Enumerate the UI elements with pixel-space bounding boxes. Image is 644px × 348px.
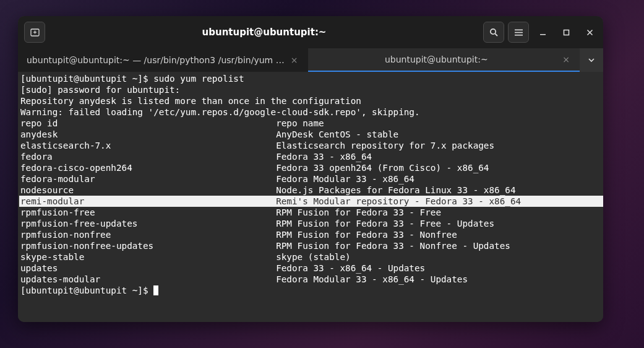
terminal-line: rpmfusion-free RPM Fusion for Fedora 33 … [19,207,603,218]
minimize-button[interactable] [533,22,552,42]
svg-rect-7 [515,34,523,35]
search-icon [489,28,499,37]
terminal-line: rpmfusion-nonfree RPM Fusion for Fedora … [19,229,603,240]
terminal-line: updates Fedora 33 - x86_64 - Updates [19,263,603,274]
terminal-line: [sudo] password for ubuntupit: [19,84,603,95]
new-tab-button[interactable] [24,22,45,43]
minimize-icon [539,29,546,36]
terminal-line: remi-modular Remi's Modular repository -… [19,196,603,207]
hamburger-icon [514,28,523,37]
terminal-line: fedora-cisco-openh264 Fedora 33 openh264… [19,162,603,173]
svg-rect-8 [540,34,546,35]
chevron-down-icon [588,56,595,64]
svg-rect-5 [515,29,523,30]
svg-point-3 [490,28,495,33]
svg-rect-6 [515,32,523,33]
new-tab-icon [30,28,40,37]
terminal-prompt: [ubuntupit@ubuntupit ~]$ [19,285,603,296]
terminal-line: rpmfusion-nonfree-updates RPM Fusion for… [19,240,603,251]
titlebar: ubuntupit@ubuntupit:~ [18,16,603,48]
svg-rect-9 [564,30,569,35]
maximize-button[interactable] [556,22,576,42]
svg-rect-2 [34,30,35,33]
terminal-line: anydesk AnyDesk CentOS - stable [19,129,603,140]
tab-dropdown-button[interactable] [580,48,603,72]
terminal-line: nodesource Node.js Packages for Fedora L… [19,185,603,196]
terminal-line: updates-modular Fedora Modular 33 - x86_… [19,274,603,285]
terminal-cursor [153,285,158,295]
terminal-line: rpmfusion-free-updates RPM Fusion for Fe… [19,218,603,229]
search-button[interactable] [483,22,504,43]
terminal-line: fedora Fedora 33 - x86_64 [19,151,603,162]
terminal-line: elasticsearch-7.x Elasticsearch reposito… [19,140,603,151]
window-title: ubuntupit@ubuntupit:~ [45,27,483,38]
terminal-line: Repository anydesk is listed more than o… [19,95,603,107]
terminal-line: fedora-modular Fedora Modular 33 - x86_6… [19,173,603,185]
tab-1[interactable]: ubuntupit@ubuntupit:~ × [308,48,580,72]
menu-button[interactable] [508,22,529,43]
terminal-line: Warning: failed loading '/etc/yum.repos.… [19,107,603,118]
terminal-line: skype-stable skype (stable) [19,251,603,263]
tab-label: ubuntupit@ubuntupit:~ — /usr/bin/python3… [27,55,285,65]
tab-close-button[interactable]: × [561,54,571,64]
terminal-output[interactable]: [ubuntupit@ubuntupit ~]$ sudo yum repoli… [18,72,603,322]
tab-bar: ubuntupit@ubuntupit:~ — /usr/bin/python3… [18,48,603,72]
terminal-window: ubuntupit@ubuntupit:~ ubuntupit@ubuntupi… [18,16,603,322]
tab-0[interactable]: ubuntupit@ubuntupit:~ — /usr/bin/python3… [18,48,308,72]
tab-label: ubuntupit@ubuntupit:~ [317,54,556,64]
close-button[interactable] [580,22,599,42]
tab-close-button[interactable]: × [290,55,299,65]
close-icon [586,29,593,36]
maximize-icon [563,29,570,36]
terminal-line: [ubuntupit@ubuntupit ~]$ sudo yum repoli… [19,73,603,84]
svg-line-4 [495,33,497,36]
terminal-line: repo id repo name [19,118,603,129]
